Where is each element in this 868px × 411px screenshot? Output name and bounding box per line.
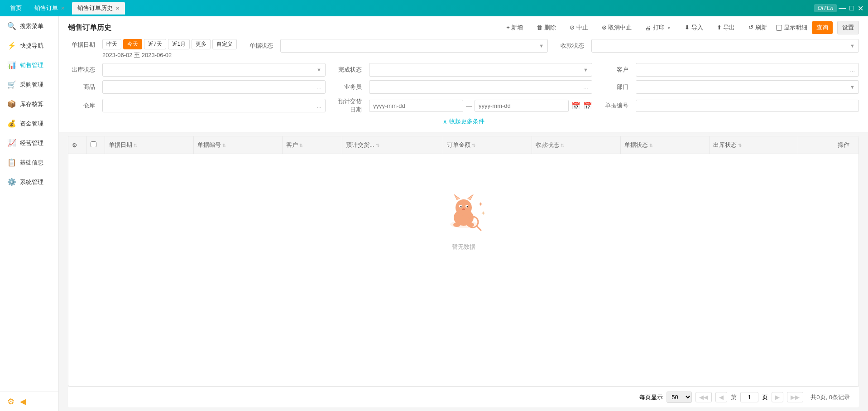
outbound-status-select[interactable]: ▼ bbox=[102, 63, 326, 77]
salesperson-dots[interactable]: ... bbox=[583, 84, 588, 91]
expected-delivery-label: 预计交货日期 bbox=[335, 97, 366, 114]
stop-button[interactable]: ⊘ 中止 bbox=[565, 21, 593, 34]
order-number-input[interactable] bbox=[636, 100, 859, 112]
query-button[interactable]: 查询 bbox=[812, 21, 833, 34]
page-number-input[interactable] bbox=[740, 392, 758, 402]
sidebar-item-sales-mgmt-label: 销售管理 bbox=[20, 61, 43, 69]
first-page-button[interactable]: ◀◀ bbox=[695, 392, 712, 402]
sidebar-bottom: ⚙ ◀ bbox=[0, 392, 58, 411]
sidebar-item-sys-mgmt[interactable]: ⚙️ 系统管理 bbox=[0, 172, 58, 192]
order-status-select[interactable]: ▼ bbox=[280, 39, 548, 53]
export-button[interactable]: ⬆ 导出 bbox=[712, 21, 740, 34]
goods-dots[interactable]: ... bbox=[317, 84, 321, 91]
th-outbound-status[interactable]: 出库状态 ⇅ bbox=[709, 136, 798, 154]
select-all-checkbox[interactable] bbox=[91, 141, 96, 147]
cancel-stop-button[interactable]: ⊗ 取消中止 bbox=[597, 21, 637, 34]
display-toggle[interactable]: 显示明细 bbox=[776, 24, 807, 32]
prev-page-button[interactable]: ◀ bbox=[715, 392, 727, 402]
tab-sales-order[interactable]: 销售订单 ✕ bbox=[29, 2, 70, 15]
filter-row-3: 商品 ... 业务员 ... 部门 bbox=[68, 80, 859, 94]
next-page-button[interactable]: ▶ bbox=[772, 392, 783, 402]
salesperson-label: 业务员 bbox=[335, 83, 366, 91]
customer-dots[interactable]: ... bbox=[850, 67, 855, 73]
settings-button[interactable]: 设置 bbox=[837, 21, 859, 34]
maximize-button[interactable]: □ bbox=[849, 4, 854, 12]
th-payment-status[interactable]: 收款状态 ⇅ bbox=[532, 136, 620, 154]
main-layout: 🔍 搜索菜单 ⚡ 快捷导航 📊 销售管理 🛒 采购管理 📦 库存核算 💰 资金管… bbox=[0, 16, 868, 411]
page-label: 页 bbox=[762, 393, 768, 401]
tab-sales-order-close[interactable]: ✕ bbox=[61, 5, 65, 11]
often-badge: OfTEn bbox=[814, 4, 837, 12]
payment-status-arrow: ▼ bbox=[850, 43, 855, 48]
tab-sales-order-label: 销售订单 bbox=[34, 4, 58, 12]
tab-sales-order-history[interactable]: 销售订单历史 ✕ bbox=[72, 2, 125, 15]
warehouse-select[interactable]: ... bbox=[102, 99, 326, 112]
sidebar-item-inventory-label: 库存核算 bbox=[20, 100, 43, 108]
tab-sales-order-history-close[interactable]: ✕ bbox=[115, 5, 120, 11]
date-btn-yesterday[interactable]: 昨天 bbox=[102, 39, 121, 49]
sidebar-item-ops-mgmt[interactable]: 📈 经营管理 bbox=[0, 133, 58, 153]
import-button[interactable]: ⬇ 导入 bbox=[680, 21, 708, 34]
delete-button[interactable]: 🗑 删除 bbox=[532, 21, 561, 34]
th-settings[interactable]: ⚙ bbox=[68, 136, 86, 154]
display-toggle-checkbox[interactable] bbox=[776, 25, 782, 31]
sidebar-item-capital-mgmt[interactable]: 💰 资金管理 bbox=[0, 114, 58, 133]
th-order-status[interactable]: 单据状态 ⇅ bbox=[620, 136, 709, 154]
calendar-end-icon[interactable]: 📅 bbox=[583, 102, 592, 110]
th-number[interactable]: 单据编号 ⇅ bbox=[193, 136, 282, 154]
date-btn-today[interactable]: 今天 bbox=[123, 39, 142, 49]
table-header-row: ⚙ 单据日期 ⇅ 单据编号 bbox=[68, 136, 858, 154]
date-btn-1month[interactable]: 近1月 bbox=[168, 39, 190, 49]
customer-select[interactable]: ... bbox=[636, 63, 859, 77]
collapse-icon: ∧ bbox=[443, 118, 447, 125]
close-button[interactable]: ✕ bbox=[858, 4, 863, 13]
pagination-bar: 每页显示 50 10 20 100 ◀◀ ◀ 第 页 ▶ ▶▶ 共0页, 0条记… bbox=[68, 387, 859, 407]
expected-delivery-end[interactable] bbox=[475, 100, 569, 112]
page-size-label: 每页显示 bbox=[639, 393, 663, 401]
calendar-start-icon[interactable]: 📅 bbox=[571, 102, 580, 110]
refresh-button[interactable]: ↺ 刷新 bbox=[744, 21, 772, 34]
empty-state-cell: ✦ ✦ 暂无数据 bbox=[68, 154, 858, 288]
display-toggle-label: 显示明细 bbox=[784, 24, 807, 32]
page-size-select[interactable]: 50 10 20 100 bbox=[667, 392, 692, 403]
date-btn-7days[interactable]: 近7天 bbox=[144, 39, 166, 49]
payment-status-select[interactable]: ▼ bbox=[591, 39, 859, 53]
date-btn-custom[interactable]: 自定义 bbox=[212, 39, 237, 49]
sidebar-settings-icon[interactable]: ⚙ bbox=[7, 396, 14, 406]
expected-delivery-start[interactable] bbox=[369, 100, 463, 112]
search-menu-icon: 🔍 bbox=[7, 22, 16, 30]
completion-status-select[interactable]: ▼ bbox=[369, 63, 592, 77]
th-customer[interactable]: 客户 ⇅ bbox=[282, 136, 342, 154]
th-date-sort-icon: ⇅ bbox=[134, 143, 137, 148]
goods-select[interactable]: ... bbox=[102, 80, 326, 94]
tab-home[interactable]: 首页 bbox=[5, 2, 27, 15]
sidebar-item-purchase-mgmt[interactable]: 🛒 采购管理 bbox=[0, 75, 58, 94]
new-button[interactable]: + 新增 bbox=[502, 21, 528, 34]
th-delivery-date[interactable]: 预计交货... ⇅ bbox=[342, 136, 443, 154]
th-payment-status-sort-icon: ⇅ bbox=[561, 143, 564, 148]
th-number-sort-icon: ⇅ bbox=[222, 143, 226, 148]
th-checkbox[interactable] bbox=[86, 136, 105, 154]
sidebar-item-ops-mgmt-label: 经营管理 bbox=[20, 139, 43, 147]
sidebar-item-basic-info[interactable]: 📋 基础信息 bbox=[0, 153, 58, 172]
date-range: 2023-06-02 至 2023-06-02 bbox=[102, 51, 237, 59]
collapse-bar[interactable]: ∧ 收起更多条件 bbox=[68, 116, 859, 127]
table-body: ✦ ✦ 暂无数据 bbox=[68, 154, 858, 288]
svg-point-14 bbox=[453, 222, 460, 227]
print-button[interactable]: 🖨 🖨 打印 打印 ▼ bbox=[641, 21, 676, 34]
date-btn-more[interactable]: 更多 bbox=[192, 39, 211, 49]
last-page-button[interactable]: ▶▶ bbox=[787, 392, 803, 402]
warehouse-dots[interactable]: ... bbox=[317, 102, 321, 109]
sidebar-item-inventory[interactable]: 📦 库存核算 bbox=[0, 94, 58, 114]
sidebar-item-quick-nav[interactable]: ⚡ 快捷导航 bbox=[0, 36, 58, 55]
outbound-status-arrow: ▼ bbox=[317, 67, 321, 73]
sidebar-collapse-icon[interactable]: ◀ bbox=[20, 396, 26, 406]
sidebar-item-sales-mgmt[interactable]: 📊 销售管理 bbox=[0, 55, 58, 75]
salesperson-select[interactable]: ... bbox=[369, 80, 592, 94]
sidebar-item-search-menu[interactable]: 🔍 搜索菜单 bbox=[0, 16, 58, 36]
department-select[interactable]: ▼ bbox=[636, 80, 859, 94]
minimize-button[interactable]: — bbox=[839, 4, 846, 12]
tab-sales-order-history-label: 销售订单历史 bbox=[77, 4, 113, 12]
th-date[interactable]: 单据日期 ⇅ bbox=[105, 136, 193, 154]
th-amount[interactable]: 订单金额 ⇅ bbox=[443, 136, 532, 154]
